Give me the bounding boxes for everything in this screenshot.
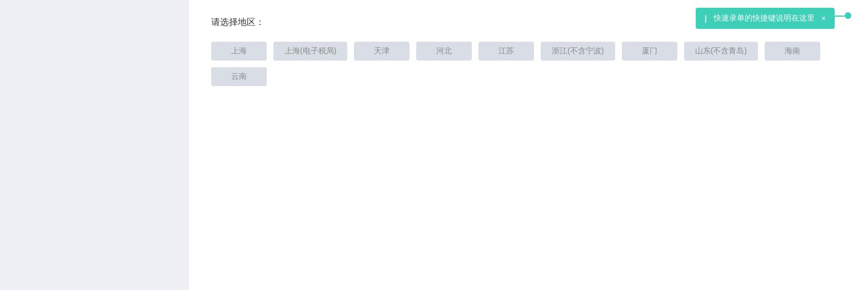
tooltip-connector-dot <box>845 12 851 19</box>
region-button-hainan[interactable]: 海南 <box>765 42 820 61</box>
region-button-tianjin[interactable]: 天津 <box>354 42 410 61</box>
region-button-shanghai[interactable]: 上海 <box>211 42 267 61</box>
tooltip-close-button[interactable]: × <box>821 14 826 23</box>
region-button-shanghai-etax[interactable]: 上海(电子税局) <box>273 42 347 61</box>
tooltip-connector-line <box>834 16 845 17</box>
sidebar <box>0 0 189 290</box>
region-button-yunnan[interactable]: 云南 <box>211 67 267 86</box>
region-button-group: 上海上海(电子税局)天津河北江苏浙江(不含宁波)厦门山东(不含青岛)海南云南 <box>211 42 846 86</box>
region-button-shandong[interactable]: 山东(不含青岛) <box>684 42 758 61</box>
region-button-zhejiang[interactable]: 浙江(不含宁波) <box>541 42 615 61</box>
main-content: 快速录单的快捷键说明在这里 × 请选择地区： 上海上海(电子税局)天津河北江苏浙… <box>189 0 868 290</box>
app-layout: 快速录单的快捷键说明在这里 × 请选择地区： 上海上海(电子税局)天津河北江苏浙… <box>0 0 868 290</box>
region-button-hebei[interactable]: 河北 <box>416 42 472 61</box>
tooltip-banner: 快速录单的快捷键说明在这里 × <box>696 8 835 29</box>
tooltip-text: 快速录单的快捷键说明在这里 <box>714 13 815 23</box>
region-button-xiamen[interactable]: 厦门 <box>622 42 677 61</box>
region-button-jiangsu[interactable]: 江苏 <box>478 42 534 61</box>
